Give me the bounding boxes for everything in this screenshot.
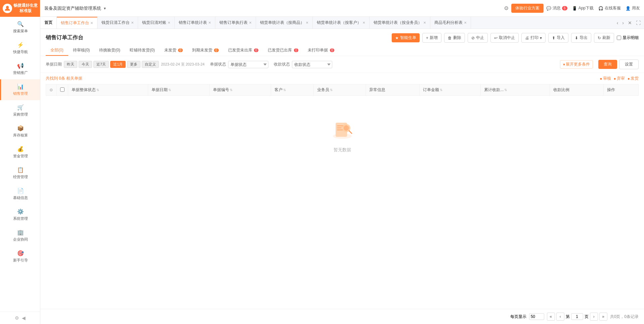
sidebar-item-quick-nav[interactable]: ⚡ 快捷导航 <box>0 38 40 58</box>
settings-icon[interactable]: ⚙ <box>504 5 509 11</box>
industry-solution-button[interactable]: 体验行业方案 <box>511 4 544 13</box>
subtab-not-shipped[interactable]: 未发货 0 <box>160 45 187 56</box>
date-btn-more[interactable]: 更多 <box>127 61 140 68</box>
tab-close-all[interactable]: ✕ <box>627 19 633 26</box>
subtab-pending-review[interactable]: 待审核(0) <box>68 45 95 56</box>
tab-sales-stat-staff[interactable]: 销货单统计表（按业务员） ✕ <box>370 17 430 29</box>
cancel-stop-button[interactable]: ↩ 取消中止 <box>490 33 519 43</box>
filter-bar: 单据日期 昨天 今天 近7天 近1月 更多 自定义 2023-02-24 至 2… <box>40 56 644 73</box>
tab-sales-stat-customer[interactable]: 销货单统计表（按客户） ✕ <box>313 17 370 29</box>
user-menu[interactable]: 👤 用友 <box>626 5 640 11</box>
tab-close-icon[interactable]: ✕ <box>90 21 93 25</box>
th-sort-staff[interactable]: 业务员 ⇅ <box>317 87 362 93</box>
tab-close-icon[interactable]: ✕ <box>249 21 252 25</box>
print-button[interactable]: 🖨 打印 ▾ <box>521 33 546 43</box>
cancel-review-op-button[interactable]: ● 弃审 <box>614 76 625 81</box>
th-sort-amount[interactable]: 订单金额 ⇅ <box>423 87 477 93</box>
th-number: 单据编号 ⇅ <box>210 84 271 96</box>
sidebar-item-base-info[interactable]: 📄 基础信息 <box>0 184 40 204</box>
sidebar-settings-button[interactable]: ⚙ <box>15 315 19 321</box>
date-btn-7days[interactable]: 近7天 <box>93 61 109 68</box>
tab-scroll-left[interactable]: ‹ <box>615 19 620 26</box>
module-dropdown[interactable]: ▾ <box>104 6 106 11</box>
select-all-checkbox[interactable] <box>60 87 65 92</box>
tab-cash-daily[interactable]: 钱货日清工作台 ✕ <box>97 17 138 29</box>
sidebar-item-purchase[interactable]: 🛒 采购管理 <box>0 100 40 121</box>
refresh-button[interactable]: ↻ 刷新 <box>594 33 614 43</box>
date-btn-custom[interactable]: 自定义 <box>142 61 159 68</box>
tab-close-icon[interactable]: ✕ <box>362 21 365 25</box>
export-button[interactable]: ⬇ 导出 <box>571 33 591 43</box>
sort-icon: ⇅ <box>230 88 232 92</box>
date-btn-today[interactable]: 今天 <box>79 61 92 68</box>
enterprise-icon: 🏢 <box>17 229 24 236</box>
first-page-button[interactable]: « <box>547 313 555 321</box>
sidebar-item-search[interactable]: 🔍 搜索菜单 <box>0 17 40 38</box>
add-button[interactable]: + 新增 <box>422 33 441 43</box>
stop-button[interactable]: ⊘ 中止 <box>468 33 488 43</box>
sidebar-item-inventory[interactable]: 📦 库存核算 <box>0 121 40 142</box>
sidebar-item-operation[interactable]: 📋 经营管理 <box>0 163 40 184</box>
tab-scroll-right[interactable]: › <box>621 19 625 26</box>
subtab-overdue-ship[interactable]: 到期未发货 0 <box>187 45 223 56</box>
status-filter-select[interactable]: 单据状态 <box>228 61 268 68</box>
show-detail-checkbox[interactable]: 显示明细 <box>617 35 639 41</box>
tab-close-icon[interactable]: ✕ <box>208 21 211 25</box>
smart-create-button[interactable]: ★ 智能生单 <box>392 33 420 42</box>
query-button[interactable]: 查询 <box>598 60 617 69</box>
tab-sales-stat[interactable]: 销售订单统计表 ✕ <box>175 17 215 29</box>
set-button[interactable]: 设置 <box>619 59 639 69</box>
tab-close-icon[interactable]: ✕ <box>168 21 170 25</box>
subtab-not-printed[interactable]: 未打印单据 0 <box>303 45 339 56</box>
subtab-shipped-not-in[interactable]: 已发货未出库 0 <box>223 45 263 56</box>
tab-cash-reconcile[interactable]: 钱货日清对账 ✕ <box>138 17 175 29</box>
th-status: 单据整体状态 ⇅ <box>68 84 148 96</box>
ship-op-button[interactable]: ● 发货 <box>628 76 639 81</box>
show-detail-input[interactable] <box>617 36 621 40</box>
subtab-wangpu-ship[interactable]: 旺铺待发货(0) <box>125 45 160 56</box>
tab-close-icon[interactable]: ✕ <box>423 21 426 25</box>
delete-button[interactable]: 🗑 删除 <box>444 33 465 43</box>
sidebar-item-marketing[interactable]: 📢 营销推广 <box>0 58 40 79</box>
last-page-button[interactable]: » <box>599 313 607 321</box>
online-service-button[interactable]: 🎧 在线客服 <box>598 5 621 11</box>
date-btn-yesterday[interactable]: 昨天 <box>64 61 77 68</box>
tab-sales-stat-product[interactable]: 销货单统计表（按商品） ✕ <box>256 17 313 29</box>
expand-filters-button[interactable]: ▾ 展开更多条件 <box>560 60 593 69</box>
sidebar-item-sales[interactable]: 📊 销售管理 <box>0 79 40 100</box>
th-sort-customer[interactable]: 客户 ⇅ <box>274 87 310 93</box>
sidebar-item-system[interactable]: ⚙️ 系统管理 <box>0 204 40 225</box>
sidebar-footer: ⚙ ◀ <box>0 312 40 324</box>
payment-filter-select[interactable]: 收款状态 <box>292 61 332 68</box>
sidebar-item-finance[interactable]: 💰 资金管理 <box>0 142 40 163</box>
th-sort-received[interactable]: 累计收款... ⇅ <box>484 87 546 93</box>
th-settings[interactable]: ⚙ <box>46 84 57 96</box>
sidebar-item-guide[interactable]: 🎯 新手引导 <box>0 246 40 267</box>
th-sort-number[interactable]: 单据编号 ⇅ <box>213 87 267 93</box>
subtab-all[interactable]: 全部(0) <box>46 45 68 56</box>
import-button[interactable]: ⬆ 导入 <box>548 33 568 43</box>
messages-button[interactable]: 💬 消息 6 <box>546 5 567 11</box>
th-check[interactable] <box>57 84 68 96</box>
subtab-shipped-out[interactable]: 已发货已出库 0 <box>263 45 303 56</box>
tab-sales-exec[interactable]: 销售订单执行表 ✕ <box>215 17 256 29</box>
th-sort-date[interactable]: 单据日期 ⇅ <box>152 87 206 93</box>
tab-fullscreen[interactable]: ⛶ <box>635 19 642 26</box>
date-btn-1month[interactable]: 近1月 <box>110 61 126 68</box>
review-op-button[interactable]: ● 审核 <box>600 76 611 81</box>
tab-sales-workbench[interactable]: 销售订单工作台 ✕ <box>57 17 97 29</box>
sidebar-item-enterprise[interactable]: 🏢 企业协同 <box>0 225 40 246</box>
page-number-input[interactable] <box>571 313 583 320</box>
tab-close-icon[interactable]: ✕ <box>131 21 134 25</box>
subtab-pending-inspect[interactable]: 待挑验货(0) <box>94 45 125 56</box>
page-size-select[interactable]: 20 50 100 200 <box>529 313 544 320</box>
app-download-button[interactable]: 📱 App下载 <box>572 5 594 11</box>
tab-close-icon[interactable]: ✕ <box>464 21 467 25</box>
tab-product-margin[interactable]: 商品毛利分析表 ✕ <box>430 17 471 29</box>
th-sort-status[interactable]: 单据整体状态 ⇅ <box>72 87 144 93</box>
tab-home[interactable]: 首页 <box>40 17 57 29</box>
sidebar-collapse-button[interactable]: ◀ <box>22 315 26 321</box>
prev-page-button[interactable]: ‹ <box>556 313 564 321</box>
tab-close-icon[interactable]: ✕ <box>306 21 308 25</box>
next-page-button[interactable]: › <box>590 313 598 321</box>
